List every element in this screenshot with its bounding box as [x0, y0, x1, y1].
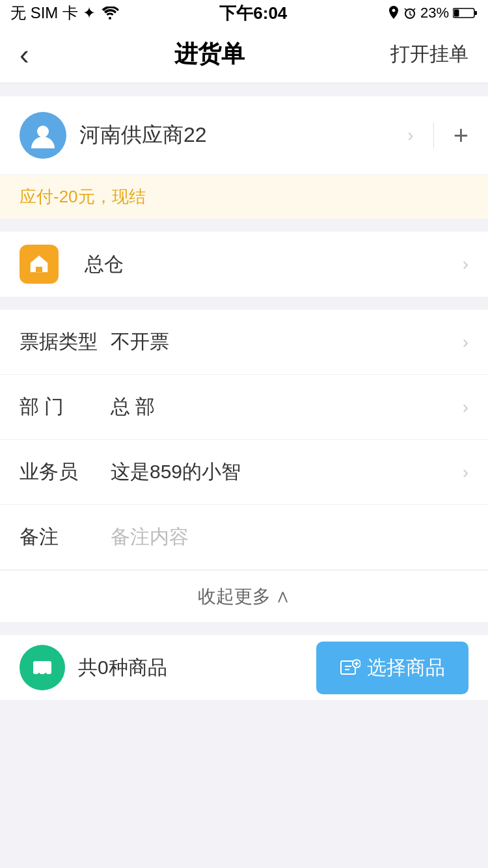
form-card: 票据类型 不开票 › 部 门 总 部 › 业务员 这是859的小智 › 备注 备… [0, 310, 488, 622]
svg-rect-3 [454, 10, 459, 17]
supplier-avatar [20, 112, 66, 159]
svg-point-4 [37, 126, 49, 137]
warehouse-arrow-icon: › [463, 254, 468, 275]
svg-rect-6 [33, 661, 51, 674]
department-arrow-icon: › [463, 397, 468, 418]
collapse-label: 收起更多 ∧ [198, 584, 291, 609]
svg-rect-2 [474, 11, 477, 15]
page-title: 进货单 [174, 38, 245, 70]
notice-text: 应付-20元，现结 [20, 187, 146, 206]
collapse-button[interactable]: 收起更多 ∧ [0, 570, 488, 622]
supplier-arrow-icon: › [407, 125, 413, 146]
product-icon [20, 645, 65, 690]
salesperson-row[interactable]: 业务员 这是859的小智 › [0, 440, 488, 505]
invoice-type-label: 票据类型 [20, 329, 98, 355]
gap-3 [0, 297, 488, 310]
supplier-card: 河南供应商22 › + 应付-20元，现结 [0, 96, 488, 219]
svg-point-7 [38, 673, 40, 675]
select-product-label: 选择商品 [367, 655, 445, 681]
supplier-row[interactable]: 河南供应商22 › + [0, 96, 488, 175]
remark-label: 备注 [20, 524, 98, 550]
department-row[interactable]: 部 门 总 部 › [0, 375, 488, 440]
department-label: 部 门 [20, 394, 98, 420]
supplier-divider [433, 122, 434, 148]
svg-rect-5 [36, 267, 42, 272]
back-button[interactable]: ‹ [20, 40, 29, 69]
notice-bar: 应付-20元，现结 [0, 175, 488, 219]
warehouse-card: 总仓 › [0, 232, 488, 297]
wifi-icon [101, 7, 119, 20]
person-icon [29, 121, 57, 150]
department-value: 总 部 [98, 394, 463, 420]
supplier-name: 河南供应商22 [79, 121, 407, 150]
warehouse-label: 总仓 [72, 251, 463, 278]
time-label: 下午6:04 [219, 2, 287, 25]
status-bar: 无 SIM 卡 ✦ 下午6:04 23% [0, 0, 488, 26]
remark-row[interactable]: 备注 备注内容 [0, 505, 488, 570]
warehouse-row[interactable]: 总仓 › [0, 232, 488, 297]
remark-input[interactable]: 备注内容 [98, 524, 468, 550]
product-count-label: 共0种商品 [78, 655, 316, 681]
salesperson-label: 业务员 [20, 459, 98, 485]
select-product-button[interactable]: 选择商品 [316, 642, 468, 694]
sim-label: 无 SIM 卡 ✦ [10, 3, 96, 23]
house-icon [27, 252, 51, 276]
select-product-icon [340, 657, 360, 678]
cart-icon [29, 655, 55, 681]
battery-label: 23% [420, 5, 449, 21]
add-supplier-button[interactable]: + [454, 121, 468, 150]
gap-2 [0, 219, 488, 232]
status-right: 23% [388, 5, 478, 21]
alarm-icon [403, 6, 416, 20]
status-left: 无 SIM 卡 ✦ [10, 3, 119, 23]
invoice-type-arrow-icon: › [463, 332, 468, 353]
salesperson-value: 这是859的小智 [98, 459, 463, 485]
gap-1 [0, 83, 488, 96]
nav-bar: ‹ 进货单 打开挂单 [0, 26, 488, 83]
battery-icon [453, 7, 478, 19]
open-pending-button[interactable]: 打开挂单 [390, 41, 468, 68]
bottom-bar: 共0种商品 选择商品 [0, 635, 488, 700]
svg-point-8 [44, 673, 47, 675]
location-icon [388, 6, 400, 20]
invoice-type-row[interactable]: 票据类型 不开票 › [0, 310, 488, 375]
salesperson-arrow-icon: › [463, 462, 468, 483]
invoice-type-value: 不开票 [98, 329, 463, 355]
warehouse-icon [20, 245, 59, 284]
